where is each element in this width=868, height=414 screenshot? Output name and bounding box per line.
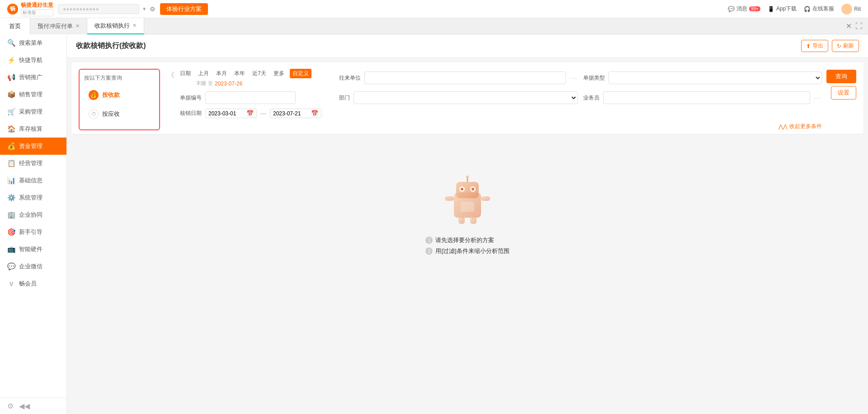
- step-2-text: 用[过滤]条件来缩小分析范围: [435, 247, 509, 255]
- empty-state: 1 请先选择要分析的方案 2 用[过滤]条件来缩小分析范围: [67, 138, 868, 273]
- shortcut-more[interactable]: 更多: [272, 69, 286, 78]
- shortcut-last-month[interactable]: 上月: [196, 69, 211, 78]
- verify-date-end-input[interactable]: [273, 110, 309, 117]
- empty-robot-illustration: [440, 175, 495, 229]
- collapse-sidebar-icon[interactable]: ◀◀: [19, 402, 30, 410]
- sidebar-item-basic[interactable]: 📊 基础信息: [0, 172, 66, 189]
- verify-date-separator: —: [260, 110, 266, 117]
- tab-receivable[interactable]: 收款核销执行 ✕: [87, 18, 144, 34]
- sidebar-label-quick-nav: 快捷导航: [19, 56, 42, 64]
- staff-more-icon[interactable]: ···: [814, 94, 822, 101]
- receivable-tab-close-icon[interactable]: ✕: [132, 23, 137, 29]
- sidebar-label-wechat: 企业微信: [19, 262, 42, 271]
- sidebar-item-fund[interactable]: 💰 资金管理: [0, 138, 66, 155]
- online-service-item[interactable]: 🎧 在线客服: [804, 5, 834, 13]
- sidebar-label-inventory: 库存核算: [19, 125, 42, 133]
- refresh-button[interactable]: ↻ 刷新: [832, 40, 859, 52]
- dept-filter: 部门: [339, 91, 578, 104]
- settings-bottom-icon[interactable]: ⚙: [7, 402, 14, 410]
- export-button[interactable]: ⬆ 导出: [801, 40, 828, 52]
- brand-icon: 畅: [7, 4, 18, 14]
- collapse-toggle-icon[interactable]: 《: [167, 71, 175, 80]
- brand-name: 畅捷通好生意: [21, 1, 53, 9]
- operation-icon: 📋: [7, 159, 15, 167]
- sidebar-bottom: ⚙ ◀◀: [0, 398, 66, 414]
- tab-prepay[interactable]: 预付冲应付单 ✕: [30, 18, 87, 34]
- message-item[interactable]: 💬 消息 99+: [728, 5, 760, 13]
- query-option-by-receivable[interactable]: ⏱ 按应收: [84, 105, 155, 123]
- username-label: Rit: [854, 6, 861, 12]
- date-label: 日期: [180, 70, 193, 77]
- sidebar-item-member[interactable]: V 畅会员: [0, 275, 66, 292]
- verify-date-end-calendar-icon[interactable]: 📅: [311, 110, 318, 117]
- sidebar-label-system: 系统管理: [19, 194, 42, 202]
- sidebar-item-quick-nav[interactable]: ⚡ 快捷导航: [0, 52, 66, 69]
- sidebar-item-enterprise[interactable]: 🏢 企业协同: [0, 206, 66, 224]
- doc-type-label: 单据类型: [583, 74, 605, 82]
- svg-point-4: [461, 188, 463, 190]
- headset-icon: 🎧: [804, 6, 811, 12]
- tab-home[interactable]: 首页: [0, 18, 30, 34]
- gear-icon[interactable]: ⚙: [150, 5, 156, 13]
- svg-rect-8: [445, 196, 454, 201]
- basic-icon: 📊: [7, 176, 15, 185]
- sidebar-label-guide: 新手引导: [19, 228, 42, 236]
- refresh-icon: ↻: [837, 43, 841, 49]
- verify-date-label: 核销日期: [180, 109, 202, 117]
- sales-icon: 📦: [7, 90, 15, 99]
- step-1-text: 请先选择要分析的方案: [435, 236, 494, 244]
- sidebar-item-sales[interactable]: 📦 销售管理: [0, 86, 66, 103]
- doc-number-input[interactable]: [205, 91, 296, 104]
- sidebar-item-marketing[interactable]: 📢 营销推广: [0, 69, 66, 86]
- sidebar-item-wechat[interactable]: 💬 企业微信: [0, 258, 66, 275]
- online-service-label: 在线客服: [812, 5, 834, 13]
- user-item[interactable]: Rit: [841, 4, 861, 14]
- shortcut-7days[interactable]: 近7天: [250, 69, 268, 78]
- date-filter: 日期 上月 本月 本年 近7天 更多 自定义 不限 至 2023-07-26: [180, 69, 334, 87]
- receipt-option-icon: 💰: [89, 90, 99, 100]
- setting-button[interactable]: 设置: [831, 86, 856, 100]
- sidebar-item-hardware[interactable]: 📺 智能硬件: [0, 241, 66, 258]
- sidebar-item-purchase[interactable]: 🛒 采购管理: [0, 103, 66, 120]
- sidebar-label-member: 畅会员: [19, 280, 37, 288]
- query-button[interactable]: 查询: [826, 70, 856, 83]
- verify-date-end-wrap: 📅: [270, 109, 321, 118]
- dept-label: 部门: [339, 94, 350, 102]
- main-layout: 🔍 搜索菜单 ⚡ 快捷导航 📢 营销推广 📦 销售管理 🛒 采购管理 🏠 库存核…: [0, 34, 868, 414]
- maximize-button[interactable]: ⛶: [855, 22, 863, 30]
- query-option-by-receipt[interactable]: 💰 按收款: [84, 86, 155, 104]
- sidebar-label-purchase: 采购管理: [19, 108, 42, 116]
- dept-select[interactable]: [354, 91, 578, 104]
- sidebar-item-inventory[interactable]: 🏠 库存核算: [0, 120, 66, 138]
- sidebar-item-guide[interactable]: 🎯 新手引导: [0, 224, 66, 241]
- doc-type-select[interactable]: [609, 71, 822, 84]
- sidebar-item-operation[interactable]: 📋 经营管理: [0, 155, 66, 172]
- chevron-down-icon[interactable]: ▾: [143, 5, 146, 12]
- prepay-tab-label: 预付冲应付单: [38, 22, 73, 30]
- shortcut-this-month[interactable]: 本月: [214, 69, 229, 78]
- collapse-more-button[interactable]: ⋀⋀ 收起更多条件: [778, 123, 822, 130]
- sidebar-item-system[interactable]: ⚙️ 系统管理: [0, 189, 66, 206]
- prepay-tab-close-icon[interactable]: ✕: [75, 23, 80, 29]
- shortcut-this-year[interactable]: 本年: [232, 69, 247, 78]
- svg-point-5: [472, 188, 474, 190]
- verify-date-start-input[interactable]: [208, 110, 245, 117]
- sidebar-item-search[interactable]: 🔍 搜索菜单: [0, 34, 66, 52]
- verify-date-start-calendar-icon[interactable]: 📅: [246, 110, 254, 117]
- app-download-item[interactable]: 📱 App下载: [768, 5, 797, 13]
- topbar-left: 畅 畅捷通好生意 标准版 ●●●●●●●●●●● ▾ ⚙ 体验行业方案: [7, 1, 208, 16]
- solution-button[interactable]: 体验行业方案: [160, 3, 208, 15]
- svg-rect-9: [481, 196, 490, 201]
- topbar: 畅 畅捷通好生意 标准版 ●●●●●●●●●●● ▾ ⚙ 体验行业方案 💬 消息…: [0, 0, 868, 18]
- avatar: [841, 4, 852, 14]
- hardware-icon: 📺: [7, 245, 15, 253]
- shortcut-custom[interactable]: 自定义: [290, 69, 311, 78]
- quick-nav-icon: ⚡: [7, 56, 15, 64]
- counterparty-more-icon[interactable]: ···: [570, 74, 578, 81]
- sidebar: 🔍 搜索菜单 ⚡ 快捷导航 📢 营销推广 📦 销售管理 🛒 采购管理 🏠 库存核…: [0, 34, 67, 414]
- close-window-button[interactable]: ✕: [846, 22, 852, 30]
- sidebar-label-fund: 资金管理: [19, 142, 42, 150]
- empty-instructions: 1 请先选择要分析的方案 2 用[过滤]条件来缩小分析范围: [425, 236, 509, 255]
- receipt-option-label: 按收款: [102, 91, 120, 99]
- filter-main: 日期 上月 本月 本年 近7天 更多 自定义 不限 至 2023-07-26: [180, 69, 822, 130]
